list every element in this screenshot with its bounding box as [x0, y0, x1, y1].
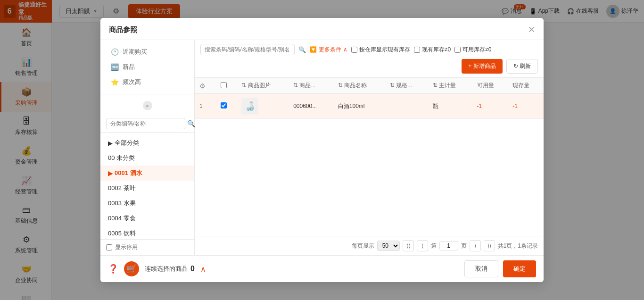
- page-total: 共1页，1条记录: [498, 242, 538, 250]
- category-all[interactable]: ▶ 全部分类: [100, 135, 194, 150]
- category-item-1[interactable]: ▶ 0001 酒水: [100, 166, 194, 181]
- category-item-3[interactable]: 0003 水果: [100, 196, 194, 211]
- row-available: -1: [472, 94, 508, 119]
- row-index: 1: [195, 94, 216, 119]
- available-nonzero-checkbox[interactable]: [454, 47, 461, 53]
- first-page-button[interactable]: ⟨⟨: [403, 240, 414, 251]
- col-spec: ⇅ 规格...: [385, 78, 428, 94]
- product-table: ⚙ ⇅ 商品图片 ⇅ 商品... ⇅: [195, 78, 544, 119]
- footer-right: 取消 确定: [464, 260, 536, 277]
- tab-frequent[interactable]: ⭐ 频次高: [106, 75, 189, 89]
- toolbar: 🔍 🔽 更多条件 ∧ 按仓库显示现有库存 现有库存≠0 可用库存≠0: [195, 40, 544, 78]
- modal-right-panel: 🔍 🔽 更多条件 ∧ 按仓库显示现有库存 现有库存≠0 可用库存≠0: [195, 40, 544, 255]
- sort-icon: ⇅: [338, 82, 343, 89]
- row-stock: -1: [508, 94, 544, 119]
- product-reference-modal: 商品参照 ✕ 🕐 近期购买 🆕 新品 ⭐ 频次高: [100, 18, 544, 282]
- show-disabled-checkbox[interactable]: [106, 244, 112, 250]
- row-spec: [385, 94, 428, 119]
- collapse-cart-icon[interactable]: ∧: [200, 265, 206, 274]
- product-search-input[interactable]: [200, 44, 295, 55]
- col-unit: ⇅ 主计量: [428, 78, 472, 94]
- select-all-checkbox[interactable]: [221, 82, 227, 88]
- col-checkbox: [216, 78, 237, 94]
- cancel-button[interactable]: 取消: [464, 260, 498, 277]
- table-header-row: ⚙ ⇅ 商品图片 ⇅ 商品... ⇅: [195, 78, 544, 94]
- modal-header: 商品参照 ✕: [100, 18, 544, 40]
- page-number-input[interactable]: 1: [439, 241, 458, 250]
- filter-button[interactable]: 🔽 更多条件 ∧: [310, 46, 347, 54]
- divider: [100, 94, 194, 94]
- refresh-button[interactable]: ↻ 刷新: [506, 59, 538, 74]
- category-item-2[interactable]: 0002 茶叶: [100, 181, 194, 196]
- footer-left: ❓ 🛒 连续选择的商品 0 ∧: [108, 261, 206, 276]
- search-icon: 🔍: [298, 46, 306, 53]
- category-search-row: 🔍: [100, 115, 194, 133]
- category-search-icon[interactable]: 🔍: [187, 120, 195, 127]
- left-tabs: 🕐 近期购买 🆕 新品 ⭐ 频次高: [100, 40, 194, 92]
- col-name: ⇅ 商品名称: [333, 78, 385, 94]
- recent-icon: 🕐: [111, 48, 119, 56]
- category-list: ▶ 全部分类 00 未分类 ▶ 0001 酒水 0002 茶叶 0003 水果: [100, 133, 194, 239]
- warehouse-checkbox[interactable]: [351, 47, 357, 53]
- select-count: 0: [190, 265, 195, 273]
- row-code: 000600...: [289, 94, 333, 119]
- arrow-icon-active: ▶: [108, 170, 113, 177]
- row-checkbox: [216, 94, 237, 119]
- col-stock: 现存量: [508, 78, 544, 94]
- row-name: 白酒100ml: [333, 94, 385, 119]
- checkbox-available-nonzero[interactable]: 可用库存≠0: [454, 46, 491, 54]
- col-image: ⇅ 商品图片: [237, 78, 289, 94]
- sort-icon: ⇅: [390, 82, 395, 89]
- modal-close-button[interactable]: ✕: [528, 25, 535, 35]
- tab-recent-purchase[interactable]: 🕐 近期购买: [106, 45, 189, 59]
- help-icon[interactable]: ❓: [108, 264, 118, 274]
- product-thumbnail: 🍶: [241, 98, 258, 115]
- cart-button[interactable]: 🛒: [124, 261, 139, 276]
- table-row[interactable]: 1 🍶 000600... 白酒100ml 瓶 -1: [195, 94, 544, 119]
- show-disabled-row: 显示停用: [100, 239, 194, 255]
- sort-icon: ⇅: [293, 82, 298, 89]
- collapse-panel-button[interactable]: «: [143, 101, 152, 110]
- table-body: 1 🍶 000600... 白酒100ml 瓶 -1: [195, 94, 544, 119]
- next-page-button[interactable]: ⟩: [470, 240, 481, 251]
- gear-icon[interactable]: ⚙: [199, 82, 206, 90]
- col-gear: ⚙: [195, 78, 216, 94]
- checkbox-stock-nonzero[interactable]: 现有库存≠0: [414, 46, 451, 54]
- category-item-5[interactable]: 0005 饮料: [100, 226, 194, 239]
- row-unit: 瓶: [428, 94, 472, 119]
- row-select-checkbox[interactable]: [221, 102, 227, 108]
- last-page-button[interactable]: ⟩⟩: [484, 240, 495, 251]
- filter-icon: 🔽: [310, 46, 317, 53]
- modal-footer: ❓ 🛒 连续选择的商品 0 ∧ 取消 确定: [100, 255, 544, 282]
- category-search-input[interactable]: [106, 118, 185, 129]
- col-code: ⇅ 商品...: [289, 78, 333, 94]
- select-info: 连续选择的商品 0: [145, 265, 195, 273]
- category-item-4[interactable]: 0004 零食: [100, 211, 194, 226]
- new-icon: 🆕: [111, 63, 119, 71]
- stock-nonzero-checkbox[interactable]: [414, 47, 420, 53]
- col-available: 可用量: [472, 78, 508, 94]
- row-thumb: 🍶: [237, 94, 289, 119]
- product-table-wrap: ⚙ ⇅ 商品图片 ⇅ 商品... ⇅: [195, 78, 544, 236]
- arrow-icon: ▶: [108, 140, 113, 147]
- prev-page-button[interactable]: ⟨: [417, 240, 428, 251]
- add-product-button[interactable]: + 新增商品: [462, 59, 502, 74]
- checkbox-warehouse[interactable]: 按仓库显示现有库存: [351, 46, 410, 54]
- star-icon: ⭐: [111, 78, 119, 86]
- modal-left-panel: 🕐 近期购买 🆕 新品 ⭐ 频次高 « 🔍: [100, 40, 195, 255]
- category-item-0[interactable]: 00 未分类: [100, 150, 194, 166]
- per-page-select[interactable]: 50: [377, 241, 400, 251]
- action-buttons: + 新增商品 ↻ 刷新: [462, 59, 538, 74]
- sort-icon: ⇅: [433, 82, 438, 89]
- modal-title: 商品参照: [109, 25, 137, 34]
- tab-new-product[interactable]: 🆕 新品: [106, 60, 189, 74]
- confirm-button[interactable]: 确定: [503, 260, 536, 277]
- sort-icon: ⇅: [241, 82, 246, 89]
- modal-body: 🕐 近期购买 🆕 新品 ⭐ 频次高 « 🔍: [100, 40, 544, 255]
- pagination: 每页显示 50 ⟨⟨ ⟨ 第 1 页 ⟩ ⟩⟩ 共1页，1条记录: [195, 236, 544, 255]
